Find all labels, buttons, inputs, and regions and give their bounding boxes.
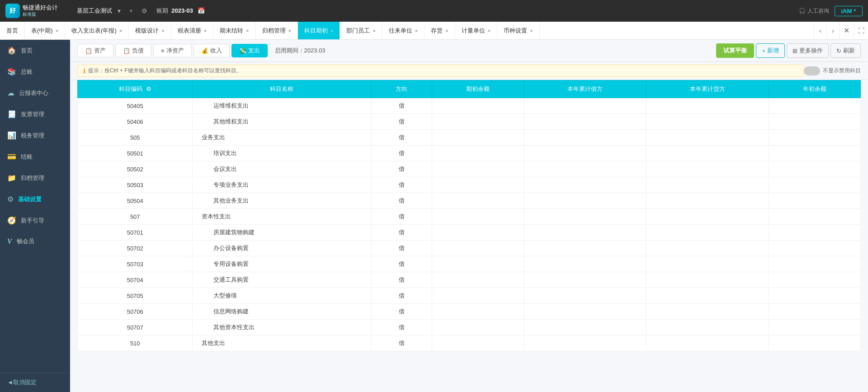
tab-contacts[interactable]: 往来单位 × (382, 22, 425, 40)
tab-archive-label: 归档管理 (262, 27, 286, 35)
tab-template[interactable]: 模版设计 × (129, 22, 171, 40)
tab-tax-list[interactable]: 税表清册 × (171, 22, 213, 40)
tab-archive[interactable]: 归档管理 × (256, 22, 298, 40)
tab-currency-close[interactable]: × (530, 28, 533, 33)
sidebar-collapse-btn[interactable]: ◄取消固定 (0, 373, 70, 392)
sidebar-item-archive[interactable]: 📁 归档管理 (0, 167, 70, 189)
tab-annual-close[interactable]: × (119, 28, 122, 33)
archive-icon: 📁 (7, 174, 16, 182)
sidebar-item-invoice[interactable]: 🧾 发票管理 (0, 104, 70, 125)
add-icon[interactable]: ＋ (126, 6, 136, 16)
refresh-button[interactable]: ↻ 刷新 (830, 43, 861, 58)
sidebar-item-ledger[interactable]: 📚 总账 (0, 61, 70, 82)
cloud-icon: ☁ (7, 89, 14, 97)
cell-ytd-credit (646, 288, 769, 304)
tab-annual-report[interactable]: 收入支出表(年报) × (65, 22, 129, 40)
more-button[interactable]: ⊞ 更多操作 (787, 43, 829, 58)
calc-balance-button[interactable]: 试算平衡 (716, 43, 754, 58)
expense-tab-icon: 💸 (239, 47, 246, 54)
tab-mid-report[interactable]: 表(中期) × (25, 22, 65, 40)
table-row[interactable]: 50703 专用设备购置 借 (78, 256, 861, 272)
tab-expand[interactable]: ⛶ (854, 22, 868, 40)
table-row[interactable]: 50501 培训支出 借 (78, 146, 861, 161)
cell-code: 50701 (78, 225, 193, 241)
cell-name: 业务支出 (193, 130, 371, 146)
sub-tab-asset[interactable]: 📋 资产 (77, 44, 113, 57)
iam-button[interactable]: iAM * (835, 6, 863, 16)
sub-tab-income[interactable]: 💰 收入 (193, 44, 230, 57)
table-row[interactable]: 50701 房屋建筑物购建 借 (78, 225, 861, 241)
tab-arrow-left[interactable]: ‹ (814, 22, 826, 40)
tab-period-end-label: 期末结转 (220, 27, 243, 35)
table-row[interactable]: 510 其他支出 借 (78, 335, 861, 351)
tab-currency[interactable]: 币种设置 × (497, 22, 539, 40)
table-row[interactable]: 50704 交通工具购置 借 (78, 272, 861, 288)
toggle-disabled-subjects[interactable] (804, 66, 820, 76)
cell-ytd-credit (646, 272, 769, 288)
tab-close-all[interactable]: ✕ (839, 22, 854, 40)
table-row[interactable]: 50504 其他业务支出 借 (78, 193, 861, 209)
sub-tab-expense[interactable]: 💸 支出 (231, 44, 268, 57)
tab-subject-init[interactable]: 科目期初 × (298, 22, 340, 40)
tab-unit-close[interactable]: × (488, 28, 491, 33)
table-row[interactable]: 50405 运维维权支出 借 (78, 98, 861, 114)
tab-inventory-close[interactable]: × (445, 28, 448, 33)
calendar-icon[interactable]: 📅 (198, 7, 205, 14)
sidebar-item-home[interactable]: 🏠 首页 (0, 40, 70, 61)
tax-icon: 📊 (7, 131, 16, 140)
cell-dir: 借 (371, 146, 432, 161)
nav-tabs: 首页 表(中期) × 收入支出表(年报) × 模版设计 × 税表清册 × 期末结… (0, 22, 868, 40)
table-row[interactable]: 50706 信息网络购建 借 (78, 304, 861, 320)
table-row[interactable]: 50502 会议支出 借 (78, 161, 861, 177)
table-row[interactable]: 50705 大型修缮 借 (78, 288, 861, 304)
tab-mid-close[interactable]: × (56, 28, 58, 33)
add-button[interactable]: + 新增 (756, 43, 785, 58)
table-row[interactable]: 50707 其他资本性支出 借 (78, 320, 861, 335)
sidebar-item-tax[interactable]: 📊 税务管理 (0, 125, 70, 146)
tab-home[interactable]: 首页 (0, 22, 25, 40)
table-wrap: 科目编码 ⚙ 科目名称 方向 期初余额 本年累计借方 本年累计贷方 年初余额 5… (70, 80, 868, 392)
tab-inventory[interactable]: 存货 × (425, 22, 455, 40)
asset-tab-label: 资产 (94, 47, 106, 55)
tab-arrow-right[interactable]: › (826, 22, 839, 40)
toggle-label: 不显示禁用科目 (823, 67, 861, 75)
tab-template-close[interactable]: × (161, 28, 164, 33)
cell-dir: 借 (371, 320, 432, 335)
sidebar-item-member[interactable]: V 畅会员 (0, 231, 70, 252)
table-row[interactable]: 505 业务支出 借 (78, 130, 861, 146)
cell-ytd-debit (524, 256, 646, 272)
cell-name: 其他业务支出 (193, 193, 371, 209)
col-settings-icon[interactable]: ⚙ (146, 85, 151, 92)
settings-icon[interactable]: ⚙ (140, 6, 149, 15)
sidebar-label-settings: 基础设置 (18, 195, 42, 203)
table-row[interactable]: 507 资本性支出 借 (78, 209, 861, 225)
service-button[interactable]: 🎧 人工咨询 (799, 7, 829, 15)
table-row[interactable]: 50702 办公设备购置 借 (78, 241, 861, 256)
guide-icon: 🧭 (7, 216, 16, 225)
sub-tab-liability[interactable]: 📋 负债 (115, 44, 151, 57)
tab-tax-close[interactable]: × (204, 28, 207, 33)
dropdown-icon[interactable]: ▾ (116, 6, 123, 15)
sidebar-item-cloud-report[interactable]: ☁ 云报表中心 (0, 82, 70, 104)
tab-dept-staff[interactable]: 部门员工 × (340, 22, 382, 40)
project-name[interactable]: 基层工会测试 (77, 7, 112, 15)
tab-period-end-close[interactable]: × (246, 28, 249, 33)
tab-period-end[interactable]: 期末结转 × (213, 22, 255, 40)
sub-tab-net-assets[interactable]: ≡ 净资产 (153, 44, 192, 57)
sidebar-item-guide[interactable]: 🧭 新手引导 (0, 210, 70, 231)
table-row[interactable]: 50503 专项业务支出 借 (78, 177, 861, 193)
table-row[interactable]: 50406 其他维权支出 借 (78, 114, 861, 130)
tab-archive-close[interactable]: × (288, 28, 291, 33)
cell-opening (432, 304, 524, 320)
logo-text: 畅捷通好会计 标准版 (23, 4, 58, 18)
tab-unit[interactable]: 计量单位 × (455, 22, 497, 40)
cell-opening (432, 256, 524, 272)
cell-dir: 借 (371, 193, 432, 209)
sidebar-item-checkout[interactable]: 💳 结账 (0, 146, 70, 167)
sidebar-item-settings[interactable]: ⚙ 基础设置 (0, 189, 70, 210)
cell-ytd-debit (524, 335, 646, 351)
top-right-area: 🎧 人工咨询 iAM * (799, 6, 863, 16)
tab-dept-close[interactable]: × (373, 28, 375, 33)
tab-contacts-close[interactable]: × (415, 28, 418, 33)
tab-subject-init-close[interactable]: × (330, 28, 333, 33)
